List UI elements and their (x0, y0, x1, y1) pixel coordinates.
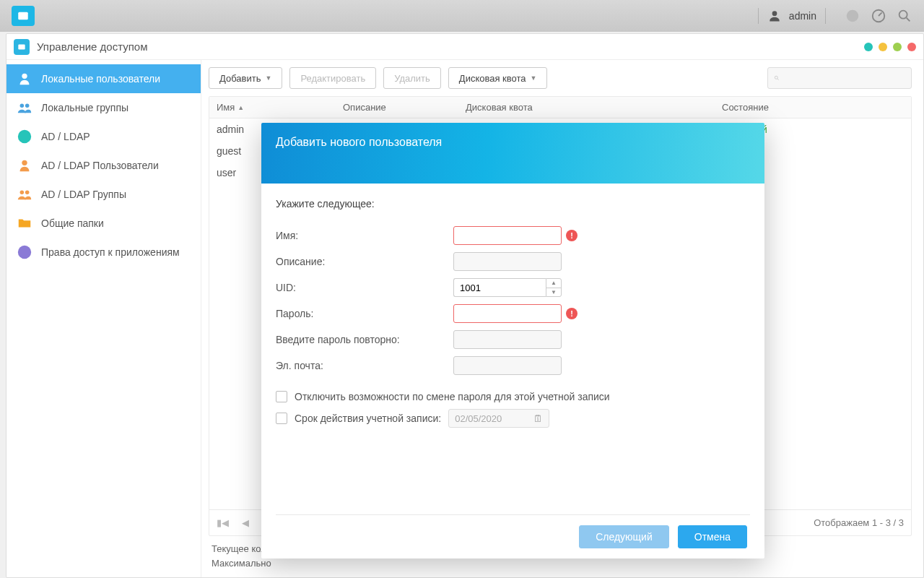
account-expiry-checkbox[interactable] (276, 413, 287, 424)
svg-point-14 (18, 246, 31, 259)
svg-point-11 (22, 160, 27, 165)
window-dot-minimize[interactable] (864, 43, 873, 51)
svg-point-2 (847, 10, 859, 22)
dashboard-icon[interactable] (871, 8, 886, 24)
expiry-date-input[interactable]: 02/05/2020 🗓 (448, 409, 549, 428)
svg-rect-0 (18, 12, 28, 20)
modal-intro: Укажите следующее: (276, 198, 750, 210)
password-input[interactable] (453, 304, 562, 323)
sidebar-item-ad-ldap-groups[interactable]: AD / LDAP Группы (6, 180, 201, 209)
page-first-icon[interactable]: ▮◀ (217, 517, 229, 528)
window-title: Управление доступом (37, 40, 147, 53)
users-icon (17, 100, 32, 116)
topbar-user[interactable]: admin (767, 9, 816, 23)
page-prev-icon[interactable]: ◀ (242, 517, 249, 528)
table-header: Имя ▲ Описание Дисковая квота Состояние (209, 97, 911, 118)
modal-title: Добавить нового пользователя (261, 123, 764, 184)
sidebar-item-ad-ldap[interactable]: AD / LDAP (6, 122, 201, 151)
column-quota[interactable]: Дисковая квота (458, 102, 715, 113)
system-topbar: admin (0, 0, 924, 32)
name-input[interactable] (453, 226, 562, 245)
sidebar-item-label: Права доступ к приложениям (41, 246, 180, 258)
sidebar: Локальные пользователи Локальные группы … (6, 60, 201, 577)
user-outline-icon (17, 158, 32, 173)
user-icon (17, 71, 32, 87)
svg-point-8 (20, 104, 24, 108)
uid-input[interactable] (453, 278, 546, 297)
disk-quota-button[interactable]: Дисковая квота▼ (448, 67, 548, 89)
sidebar-item-shared-folders[interactable]: Общие папки (6, 209, 201, 238)
uid-stepper[interactable]: ▲ ▼ (453, 278, 562, 297)
svg-line-16 (777, 79, 779, 80)
sidebar-item-ad-ldap-users[interactable]: AD / LDAP Пользователи (6, 151, 201, 180)
modal-footer: Следующий Отмена (261, 515, 764, 558)
window-app-icon (14, 39, 30, 55)
chevron-down-icon: ▼ (265, 74, 271, 82)
window-dot-close[interactable] (907, 43, 916, 51)
users-outline-icon (17, 186, 32, 202)
svg-point-15 (775, 76, 777, 79)
error-icon: ! (566, 308, 578, 319)
svg-point-10 (18, 130, 31, 143)
user-icon (767, 9, 782, 23)
disable-password-change-checkbox[interactable] (276, 391, 287, 402)
key-icon (17, 129, 32, 144)
svg-point-7 (22, 74, 27, 79)
label-name: Имя: (276, 230, 453, 241)
label-confirm-password: Введите пароль повторно: (276, 334, 453, 345)
sidebar-item-label: Локальные группы (41, 102, 128, 113)
window-titlebar: Управление доступом (6, 34, 923, 60)
column-name[interactable]: Имя ▲ (209, 102, 336, 113)
uid-up-icon[interactable]: ▲ (546, 279, 561, 288)
email-input[interactable] (453, 356, 562, 375)
toolbar: Добавить▼ Редактировать Удалить Дисковая… (209, 67, 912, 89)
sidebar-item-label: AD / LDAP (41, 131, 90, 142)
cancel-button[interactable]: Отмена (678, 525, 747, 548)
column-description[interactable]: Описание (336, 102, 458, 113)
sidebar-item-local-users[interactable]: Локальные пользователи (6, 64, 201, 93)
notification-icon[interactable] (845, 8, 860, 24)
delete-button[interactable]: Удалить (383, 67, 441, 89)
label-email: Эл. почта: (276, 360, 453, 371)
svg-point-1 (772, 11, 777, 16)
label-description: Описание: (276, 256, 453, 267)
sidebar-item-local-groups[interactable]: Локальные группы (6, 93, 201, 122)
label-uid: UID: (276, 282, 453, 293)
confirm-password-input[interactable] (453, 330, 562, 349)
sort-asc-icon: ▲ (237, 104, 244, 111)
uid-down-icon[interactable]: ▼ (546, 288, 561, 297)
next-button[interactable]: Следующий (579, 525, 669, 548)
column-state[interactable]: Состояние (715, 102, 911, 113)
label-password: Пароль: (276, 308, 453, 319)
svg-point-9 (25, 104, 29, 108)
sidebar-item-app-permissions[interactable]: Права доступ к приложениям (6, 238, 201, 267)
label-account-expiry: Срок действия учетной записи: (295, 413, 441, 424)
search-input[interactable] (784, 73, 905, 84)
app-launcher-icon[interactable] (12, 6, 35, 26)
label-disable-password-change: Отключить возможности по смене пароля дл… (295, 391, 610, 402)
svg-point-13 (25, 191, 29, 195)
search-icon[interactable] (897, 8, 912, 24)
sidebar-item-label: AD / LDAP Пользователи (41, 160, 159, 171)
search-icon (774, 72, 780, 84)
topbar-username: admin (789, 10, 816, 22)
sidebar-item-label: Общие папки (41, 217, 104, 229)
svg-point-4 (899, 11, 907, 19)
calendar-icon: 🗓 (533, 413, 543, 424)
sidebar-item-label: Локальные пользователи (41, 73, 160, 85)
modal-body: Укажите следующее: Имя: ! Описание: UID:… (261, 184, 764, 507)
edit-button[interactable]: Редактировать (289, 67, 376, 89)
description-input[interactable] (453, 252, 562, 271)
svg-rect-6 (18, 44, 25, 49)
error-icon: ! (566, 230, 578, 241)
add-button[interactable]: Добавить▼ (209, 67, 282, 89)
svg-point-12 (20, 191, 24, 195)
window-dot-restore[interactable] (893, 43, 902, 51)
chevron-down-icon: ▼ (531, 74, 537, 82)
window-dot-maximize[interactable] (879, 43, 887, 51)
svg-line-5 (907, 18, 910, 22)
search-box[interactable] (767, 67, 912, 89)
app-icon (17, 244, 32, 260)
table-footer-text: Отображаем 1 - 3 / 3 (814, 517, 904, 528)
sidebar-item-label: AD / LDAP Группы (41, 189, 126, 200)
